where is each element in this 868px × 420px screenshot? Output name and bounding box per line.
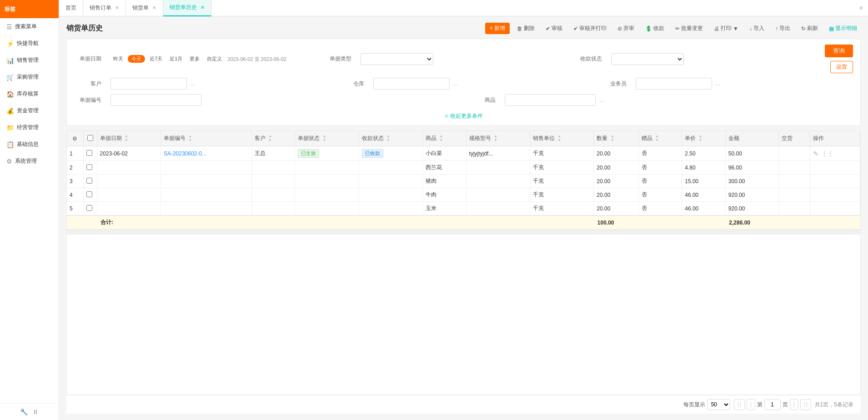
row-check[interactable] xyxy=(83,188,97,202)
row-docno[interactable] xyxy=(161,161,251,175)
collect-status-select[interactable] xyxy=(611,53,684,65)
row-docno[interactable] xyxy=(161,175,251,188)
th-doc-status-sort[interactable]: ▲▼ xyxy=(323,135,326,142)
set-button[interactable]: 设置 xyxy=(830,61,853,73)
import-button[interactable]: ↓ 导入 xyxy=(746,23,768,34)
th-customer[interactable]: 客户 ▲▼ xyxy=(251,131,295,146)
warehouse-input[interactable] xyxy=(373,78,450,90)
select-all-checkbox[interactable] xyxy=(87,135,93,141)
abandon-button[interactable]: ⊘ 弃审 xyxy=(614,23,638,34)
tab-sales-history-close[interactable]: ✕ xyxy=(201,5,205,10)
shortcut-today[interactable]: 今天 xyxy=(128,55,145,63)
th-date-sort[interactable]: ▲▼ xyxy=(125,135,128,142)
th-docno[interactable]: 单据编号 ▲▼ xyxy=(161,131,251,146)
tab-sales-order-close[interactable]: ✕ xyxy=(115,5,119,11)
row-docno[interactable]: SA-20230602-0... xyxy=(161,146,251,161)
more-icon[interactable]: ⋮⋮ xyxy=(821,150,834,157)
delete-button[interactable]: 🗑 删除 xyxy=(513,23,538,34)
doc-type-select[interactable] xyxy=(361,53,433,65)
th-price[interactable]: 单价 ▲▼ xyxy=(682,131,726,146)
print-button[interactable]: 🖨 打印 ▼ xyxy=(710,23,742,34)
shortcut-yesterday[interactable]: 昨天 xyxy=(110,55,126,63)
page-prev-btn[interactable]: ⟨ xyxy=(747,399,755,410)
row-customer: 王总 xyxy=(251,146,295,161)
tab-sales-order[interactable]: 销售订单 ✕ xyxy=(83,0,126,16)
page-last-btn[interactable]: ⟩⟩ xyxy=(800,399,811,410)
tab-sales-delivery[interactable]: 销货单 ✕ xyxy=(126,0,163,16)
th-unit[interactable]: 销售单位 ▲▼ xyxy=(530,131,593,146)
row-doc-status: 已生效 xyxy=(295,146,359,161)
goods-dots[interactable]: ... xyxy=(599,97,604,103)
row-check[interactable] xyxy=(83,175,97,188)
th-date[interactable]: 单据日期 ▲▼ xyxy=(97,131,161,146)
row-check[interactable] xyxy=(83,161,97,175)
sidebar-item-search-menu[interactable]: ☰ 搜索菜单 xyxy=(0,18,59,35)
page-input[interactable] xyxy=(764,399,781,410)
th-qty-sort[interactable]: ▲▼ xyxy=(611,135,614,142)
th-gear[interactable]: ⚙ xyxy=(67,131,83,146)
row-docno[interactable] xyxy=(161,202,251,216)
review-print-button[interactable]: ✔ 审核并打印 xyxy=(570,23,610,34)
row-check[interactable] xyxy=(83,202,97,216)
sidebar-item-sys-mgmt[interactable]: ⚙ 系统管理 xyxy=(0,153,59,170)
th-collect-status[interactable]: 收款状态 ▲▼ xyxy=(359,131,422,146)
shortcut-more[interactable]: 更多 xyxy=(187,55,202,63)
salesperson-dots[interactable]: ... xyxy=(716,80,720,87)
refresh-button[interactable]: ↻ 刷新 xyxy=(798,23,822,34)
new-button[interactable]: + 新增 xyxy=(485,23,510,34)
row-action xyxy=(810,188,860,202)
per-page-select[interactable]: 50 100 200 xyxy=(707,399,730,410)
sidebar-item-ops-mgmt[interactable]: 📁 经营管理 xyxy=(0,119,59,136)
tab-home[interactable]: 首页 xyxy=(59,0,83,16)
sidebar-item-quick-nav[interactable]: ⚡ 快捷导航 xyxy=(0,35,59,52)
customer-dots[interactable]: ... xyxy=(191,80,195,87)
tabs-close-all[interactable]: ✕ xyxy=(854,5,868,11)
th-goods[interactable]: 商品 ▲▼ xyxy=(422,131,466,146)
th-spec[interactable]: 规格型号 ▲▼ xyxy=(466,131,530,146)
goods-input[interactable] xyxy=(505,94,596,106)
th-unit-sort[interactable]: ▲▼ xyxy=(557,135,561,142)
sidebar-bottom-icon1[interactable]: 🔧 xyxy=(20,408,28,415)
tab-sales-delivery-close[interactable]: ✕ xyxy=(152,5,156,11)
query-button[interactable]: 查询 xyxy=(825,45,853,57)
show-detail-button[interactable]: ▦ 显示明细 xyxy=(825,23,861,34)
page-next-btn[interactable]: ⟩ xyxy=(790,399,798,410)
th-spec-sort[interactable]: ▲▼ xyxy=(494,135,497,142)
row-docno[interactable] xyxy=(161,188,251,202)
shortcut-custom[interactable]: 自定义 xyxy=(204,55,225,63)
table-scrollbar[interactable] xyxy=(67,229,860,235)
sidebar-item-basic-info[interactable]: 📋 基础信息 xyxy=(0,136,59,153)
th-qty[interactable]: 数量 ▲▼ xyxy=(594,131,638,146)
sidebar-item-sales-mgmt[interactable]: 📊 销售管理 xyxy=(0,52,59,69)
doc-no-input[interactable] xyxy=(110,94,201,106)
export-button[interactable]: ↑ 导出 xyxy=(772,23,794,34)
batch-change-button[interactable]: ✏ 批量变更 xyxy=(672,23,707,34)
th-docno-sort[interactable]: ▲▼ xyxy=(188,135,192,142)
filter-docno-group xyxy=(110,94,459,106)
row-unit: 千克 xyxy=(530,146,593,161)
tab-sales-history[interactable]: 销货单历史 ✕ xyxy=(163,0,211,16)
page-first-btn[interactable]: ⟨⟨ xyxy=(734,399,745,410)
sidebar-bottom-icon2[interactable]: ⏸ xyxy=(32,408,39,415)
sidebar-item-funds-mgmt[interactable]: 💰 资金管理 xyxy=(0,102,59,119)
th-gift-sort[interactable]: ▲▼ xyxy=(655,135,659,142)
sidebar-item-inventory[interactable]: 🏠 库存核算 xyxy=(0,85,59,102)
th-doc-status[interactable]: 单据状态 ▲▼ xyxy=(295,131,359,146)
sidebar-item-purchase-mgmt[interactable]: 🛒 采购管理 xyxy=(0,69,59,85)
th-goods-sort[interactable]: ▲▼ xyxy=(439,135,443,142)
customer-input[interactable] xyxy=(110,78,187,90)
th-check[interactable] xyxy=(83,131,97,146)
edit-icon[interactable]: ✎ xyxy=(813,150,818,157)
filter-collapse[interactable]: ∧ 收起更多条件 xyxy=(74,110,853,120)
shortcut-7days[interactable]: 近7天 xyxy=(147,55,165,63)
collect-button[interactable]: 💲 收款 xyxy=(642,23,668,34)
th-price-sort[interactable]: ▲▼ xyxy=(699,135,702,142)
th-gift[interactable]: 赠品 ▲▼ xyxy=(638,131,682,146)
shortcut-1month[interactable]: 近1月 xyxy=(167,55,185,63)
th-customer-sort[interactable]: ▲▼ xyxy=(268,135,272,142)
row-check[interactable] xyxy=(83,146,97,161)
th-collect-status-sort[interactable]: ▲▼ xyxy=(386,135,390,142)
warehouse-dots[interactable]: ... xyxy=(453,80,458,87)
salesperson-input[interactable] xyxy=(636,78,712,90)
review-button[interactable]: ✔ 审核 xyxy=(542,23,566,34)
